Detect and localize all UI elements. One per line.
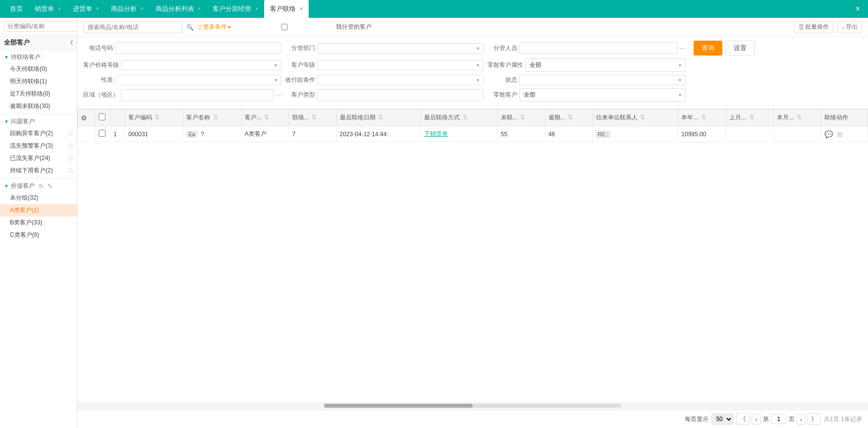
sidebar-item-a-class[interactable]: A类客户(1)	[0, 204, 77, 216]
batch-operation-button[interactable]: ☰ 批量操作	[794, 21, 833, 33]
last-method-link[interactable]: 下销货单	[424, 130, 448, 137]
customer-type-label: 客户类型	[285, 91, 315, 99]
sidebar-group-value[interactable]: ▼ 价值客户 ↻ ✎	[0, 179, 77, 192]
select-all-checkbox[interactable]	[99, 113, 106, 120]
tab-purchase-order[interactable]: 进货单 ×	[67, 0, 105, 18]
close-tab-sales[interactable]: ×	[58, 0, 61, 18]
retail-customer-select[interactable]: 全部 ▾	[519, 88, 686, 102]
per-page-select[interactable]: 50	[711, 414, 733, 425]
price-level-select[interactable]: ▾	[121, 60, 281, 70]
close-tab-cc[interactable]: ×	[300, 0, 303, 18]
row-last-date-cell: 2023-04-12 14:44:	[336, 126, 421, 142]
nature-select[interactable]: ▾	[115, 75, 281, 85]
tab-customer-segment[interactable]: 客户分层经营 ×	[207, 0, 264, 18]
sidebar-item-today-pending[interactable]: 今天待联络(0)	[0, 63, 77, 75]
row-overdue-cell: 48	[545, 126, 593, 142]
next-page-button[interactable]: ›	[797, 414, 806, 425]
status-arrow: ▾	[679, 77, 681, 83]
sort-icon-contact-count[interactable]: ⇅	[312, 114, 317, 121]
page-input[interactable]	[771, 414, 787, 424]
row-settings-cell	[78, 126, 96, 142]
region-input[interactable]	[121, 89, 273, 101]
th-this-year: 本年... ⇅	[678, 109, 726, 126]
region-dots-btn[interactable]: ···	[275, 91, 281, 99]
sidebar-item-unclassified[interactable]: 未分组(32)	[0, 192, 77, 204]
tab-sales-order[interactable]: 销货单 ×	[29, 0, 67, 18]
sort-icon-name[interactable]: ⇅	[213, 114, 218, 121]
sidebar-item-churn-warning[interactable]: 流失预警客户(3) ⓘ	[0, 140, 77, 152]
retail-customer-label: 零散客户	[488, 91, 517, 99]
my-customers-checkbox[interactable]	[235, 24, 334, 30]
sidebar-item-c-class[interactable]: C类客户(6)	[0, 229, 77, 241]
chat-action-icon[interactable]: 💬	[824, 130, 833, 138]
batch-icon: ☰	[799, 24, 804, 31]
settings-button[interactable]: 设置	[725, 41, 755, 55]
tab-product-analysis-list[interactable]: 商品分析列表 ×	[150, 0, 207, 18]
my-customers-filter[interactable]: 我分管的客户	[235, 23, 372, 31]
payment-select[interactable]: ▾	[317, 75, 484, 85]
sidebar-item-7day-pending[interactable]: 近7天待联络(0)	[0, 88, 77, 100]
close-tab-pal[interactable]: ×	[198, 0, 201, 18]
toolbar-search-icon[interactable]: 🔍	[186, 24, 194, 31]
filter-dept: 分管部门 ▾	[285, 43, 484, 54]
close-tab-cs[interactable]: ×	[255, 0, 258, 18]
value-edit-icon[interactable]: ✎	[48, 183, 53, 190]
tab-customer-contact[interactable]: 客户联络 ×	[264, 0, 309, 18]
row-checkbox[interactable]	[99, 130, 106, 137]
export-button[interactable]: ↓ 导出	[837, 21, 862, 33]
nav-home[interactable]: 首页	[4, 0, 29, 18]
sidebar-item-churned[interactable]: 已流失客户(24) ⓘ	[0, 152, 77, 164]
more-filter-button[interactable]: ▽ 更多条件 ▾	[198, 23, 231, 31]
scrollbar-track[interactable]	[324, 404, 621, 408]
filter-phone: 电话号码	[83, 42, 281, 54]
content-area: 🔍 ▽ 更多条件 ▾ 我分管的客户 ☰ 批量操作 ↓ 导出	[77, 18, 868, 428]
last-page-button[interactable]: 》	[808, 413, 821, 425]
sort-icon-code[interactable]: ⇅	[155, 114, 160, 121]
sort-icon-last-month[interactable]: ⇅	[749, 114, 754, 121]
query-button[interactable]: 查询	[694, 41, 722, 55]
value-refresh-icon[interactable]: ↻	[39, 183, 44, 190]
sidebar-search-input[interactable]	[4, 21, 77, 32]
close-tab-pa[interactable]: ×	[141, 0, 144, 18]
sort-icon-last-date[interactable]: ⇅	[378, 114, 383, 121]
sort-icon-last-method[interactable]: ⇅	[463, 114, 468, 121]
dept-select[interactable]: ▾	[317, 43, 484, 54]
customer-level-select[interactable]: ▾	[317, 60, 484, 70]
sidebar-item-overdue-contact[interactable]: 逾期未联络(30)	[0, 100, 77, 112]
sort-icon-company-contact[interactable]: ⇅	[640, 114, 645, 121]
first-page-button[interactable]: 《	[736, 413, 750, 425]
sidebar-group-problem[interactable]: ▼ 问题客户	[0, 115, 77, 127]
customer-type-input[interactable]	[317, 89, 484, 101]
scrollbar-thumb[interactable]	[324, 404, 473, 408]
tab-product-analysis[interactable]: 商品分析 ×	[105, 0, 150, 18]
close-window-icon[interactable]: ×	[852, 4, 864, 13]
sidebar-item-b-class[interactable]: B类客户(33)	[0, 216, 77, 229]
search-input[interactable]	[83, 21, 182, 33]
sidebar-item-repurchase-abnormal[interactable]: 回购异常客户(2) ⓘ	[0, 127, 77, 140]
sidebar-item-tomorrow-pending[interactable]: 明天待联络(1)	[0, 75, 77, 88]
row-level-cell: A类客户	[241, 126, 289, 142]
filter-icon: ▽	[198, 24, 202, 31]
qr-action-icon[interactable]: ⊞	[837, 130, 843, 138]
retail-attr-select[interactable]: 全部 ▾	[525, 58, 686, 72]
person-dots-btn[interactable]: ···	[680, 44, 686, 52]
table-row: 1 000031 Ea ? A类客户 7 2023-04-12 14:44: 下…	[78, 126, 868, 142]
sort-icon-this-year[interactable]: ⇅	[701, 114, 706, 121]
sort-icon-not-contacted[interactable]: ⇅	[520, 114, 525, 121]
row-last-month-cell	[726, 126, 774, 142]
row-this-year-cell: 10995.00	[678, 126, 726, 142]
table-settings-icon[interactable]: ⚙	[81, 114, 87, 122]
phone-input[interactable]	[115, 42, 281, 54]
status-label: 状态	[488, 76, 517, 84]
sidebar-item-declining[interactable]: 持续下滑客户(2) ⓘ	[0, 164, 77, 177]
retail-attr-arrow: ▾	[679, 62, 681, 68]
sidebar-group-pending[interactable]: ▼ 待联络客户	[0, 51, 77, 63]
sort-icon-this-month[interactable]: ⇅	[797, 114, 802, 121]
close-tab-purchase[interactable]: ×	[96, 0, 99, 18]
person-input[interactable]	[519, 42, 678, 54]
status-select[interactable]: ▾	[519, 75, 686, 85]
sort-icon-overdue[interactable]: ⇅	[568, 114, 573, 121]
prev-page-button[interactable]: ‹	[752, 414, 760, 425]
sort-icon-level[interactable]: ⇅	[264, 114, 269, 121]
sidebar-collapse-icon[interactable]: 《	[67, 39, 73, 47]
